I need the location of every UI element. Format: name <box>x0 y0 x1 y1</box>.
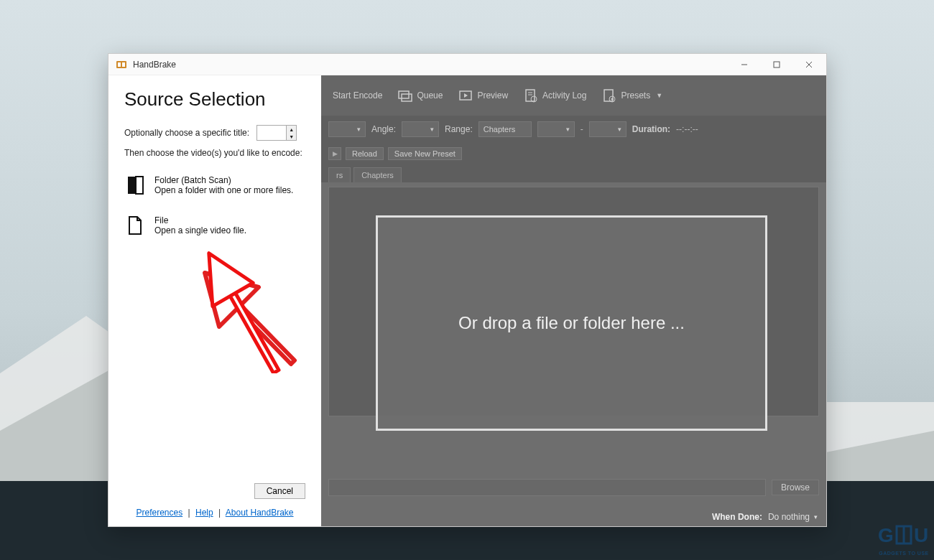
svg-rect-11 <box>399 91 409 98</box>
minimize-button[interactable] <box>728 54 760 75</box>
maximize-button[interactable] <box>760 54 792 75</box>
folder-icon <box>126 175 144 195</box>
help-link[interactable]: Help <box>195 508 213 518</box>
range-start[interactable]: ▾ <box>537 121 575 137</box>
svg-text:U: U <box>914 524 928 546</box>
start-encode-button[interactable]: Start Encode <box>327 86 388 105</box>
source-folder-desc: Open a folder with one or more files. <box>154 185 293 195</box>
angle-label: Angle: <box>371 124 396 134</box>
source-folder-title: Folder (Batch Scan) <box>154 175 293 185</box>
source-file-item[interactable]: File Open a single video file. <box>124 211 305 240</box>
chevron-down-icon: ▼ <box>656 92 662 99</box>
svg-text:G: G <box>878 524 894 546</box>
about-link[interactable]: About HandBrake <box>226 508 294 518</box>
source-selection-panel: Source Selection Optionally choose a spe… <box>108 75 321 526</box>
range-select[interactable]: Chapters <box>478 121 532 137</box>
log-icon <box>524 88 538 103</box>
source-file-title: File <box>154 215 246 225</box>
title-select[interactable]: ▾ <box>328 121 366 137</box>
svg-rect-9 <box>128 177 135 194</box>
spinner-down[interactable]: ▼ <box>287 133 296 140</box>
handbrake-window: HandBrake Source Selection Optionally ch… <box>108 53 827 527</box>
optional-title-label: Optionally choose a specific title: <box>124 128 249 138</box>
encode-instruction: Then choose the video(s) you'd like to e… <box>124 148 305 158</box>
drop-zone[interactable]: Or drop a file or folder here ... <box>376 215 767 431</box>
tab-filters-partial[interactable]: rs <box>328 167 351 182</box>
presets-button[interactable]: Presets ▼ <box>596 84 668 107</box>
preferences-link[interactable]: Preferences <box>136 508 182 518</box>
browse-button[interactable]: Browse <box>772 480 819 495</box>
activity-log-button[interactable]: Activity Log <box>518 84 592 107</box>
queue-icon <box>398 88 412 103</box>
angle-select[interactable]: ▾ <box>402 121 439 137</box>
preview-button[interactable]: Preview <box>453 84 514 107</box>
titlebar: HandBrake <box>108 54 826 75</box>
source-selection-heading: Source Selection <box>124 88 305 111</box>
preset-expand[interactable]: ▶ <box>328 147 341 160</box>
svg-marker-14 <box>464 93 468 98</box>
svg-rect-12 <box>402 94 412 101</box>
source-folder-item[interactable]: Folder (Batch Scan) Open a folder with o… <box>124 171 305 200</box>
close-button[interactable] <box>792 54 825 75</box>
save-new-preset-button[interactable]: Save New Preset <box>388 147 462 160</box>
watermark: G U GADGETS TO USE <box>878 522 930 556</box>
svg-rect-10 <box>136 177 143 194</box>
svg-point-21 <box>611 98 614 101</box>
svg-rect-4 <box>122 62 125 67</box>
main-area-disabled: Start Encode Queue Preview Activity Log … <box>321 75 826 526</box>
svg-rect-3 <box>118 62 121 67</box>
title-number-input[interactable] <box>256 125 287 141</box>
svg-rect-6 <box>774 62 780 67</box>
window-title: HandBrake <box>133 60 728 70</box>
range-label: Range: <box>445 124 473 134</box>
duration-label: Duration: <box>632 124 670 134</box>
range-end[interactable]: ▾ <box>589 121 626 137</box>
queue-button[interactable]: Queue <box>392 84 448 107</box>
when-done-label: When Done: <box>712 512 762 522</box>
when-done-dropdown[interactable]: Do nothing ▾ <box>768 512 818 522</box>
presets-icon <box>602 88 616 103</box>
footer-links: Preferences | Help | About HandBrake <box>124 508 305 518</box>
title-number-spinner[interactable]: ▲ ▼ <box>256 125 297 141</box>
file-icon <box>126 215 144 235</box>
svg-rect-15 <box>526 90 535 101</box>
spinner-up[interactable]: ▲ <box>287 126 296 133</box>
drop-zone-text: Or drop a file or folder here ... <box>458 313 685 333</box>
watermark-text: GADGETS TO USE <box>878 551 930 556</box>
duration-value: --:--:-- <box>676 124 698 134</box>
tab-chapters[interactable]: Chapters <box>353 167 402 182</box>
preview-icon <box>458 88 473 103</box>
range-dash: - <box>581 124 583 134</box>
save-as-field[interactable] <box>328 479 766 496</box>
source-file-desc: Open a single video file. <box>154 225 246 235</box>
app-icon <box>116 59 127 70</box>
cancel-button[interactable]: Cancel <box>254 483 305 499</box>
chevron-down-icon: ▾ <box>814 513 818 521</box>
reload-button[interactable]: Reload <box>346 147 384 160</box>
